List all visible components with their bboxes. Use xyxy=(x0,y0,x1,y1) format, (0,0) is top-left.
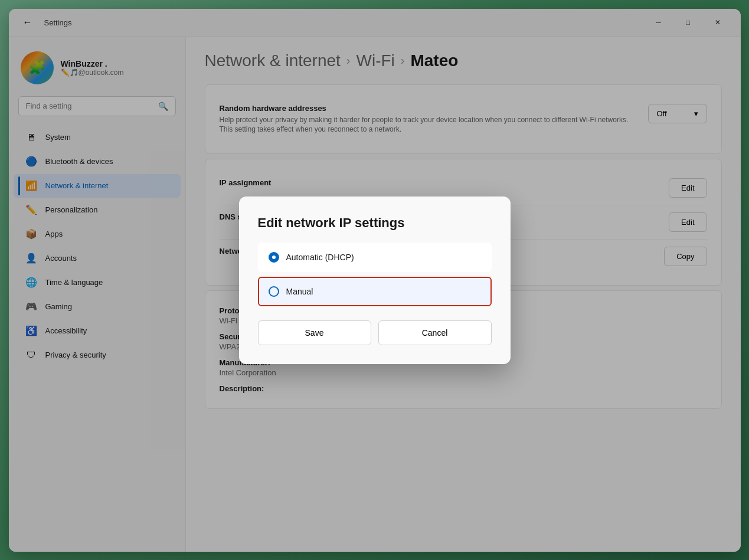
radio-automatic[interactable] xyxy=(269,252,279,263)
save-button[interactable]: Save xyxy=(258,320,371,345)
modal-overlay[interactable]: Edit network IP settings Automatic (DHCP… xyxy=(0,0,749,560)
option-automatic[interactable]: Automatic (DHCP) xyxy=(258,243,492,272)
modal-actions: Save Cancel xyxy=(258,320,492,345)
option-automatic-label: Automatic (DHCP) xyxy=(286,253,354,262)
option-manual-label: Manual xyxy=(286,287,313,296)
cancel-button[interactable]: Cancel xyxy=(378,320,492,345)
edit-ip-modal: Edit network IP settings Automatic (DHCP… xyxy=(239,197,511,364)
radio-manual[interactable] xyxy=(269,286,279,297)
modal-title: Edit network IP settings xyxy=(258,215,492,231)
option-manual[interactable]: Manual xyxy=(258,277,492,306)
